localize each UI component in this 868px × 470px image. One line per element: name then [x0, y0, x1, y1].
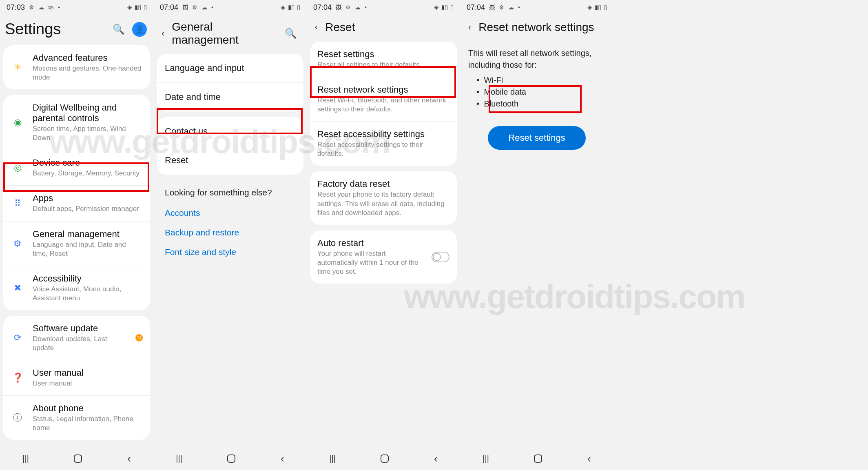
nav-home-icon[interactable] [534, 454, 542, 463]
titlebar: Settings 🔍 👤 [0, 15, 153, 44]
nav-recent-icon[interactable]: ||| [329, 454, 336, 463]
wifi-icon: ◈ [434, 4, 439, 11]
phone-reset: 07:04 🖼 ⚙ ☁ • ◈ ▮▯ ▯ ‹ Reset Reset setti… [307, 0, 460, 470]
general-management-icon: ⚙ [11, 237, 24, 251]
item-title: Auto restart [317, 238, 423, 248]
gear-icon: ⚙ [29, 4, 34, 11]
item-sub: Motions and gestures, One-handed mode [33, 64, 143, 82]
back-button[interactable]: ‹ [158, 27, 168, 40]
item-factory-data-reset[interactable]: Factory data reset Reset your phone to i… [310, 171, 457, 224]
battery-icon: ▯ [450, 4, 454, 11]
gear-icon: ⚙ [192, 4, 197, 11]
item-title: Reset network settings [317, 84, 450, 95]
settings-item-advanced-features[interactable]: ✳ Advanced features Motions and gestures… [3, 45, 150, 89]
wifi-icon: ◈ [281, 4, 286, 11]
statusbar: 07:03 ⚙ ☁ 🛍 • ◈ ▮▯ ▯ [0, 0, 153, 15]
nav-recent-icon[interactable]: ||| [22, 454, 29, 463]
user-manual-icon: ❓ [11, 371, 24, 385]
cloud-icon: ☁ [38, 4, 44, 11]
battery-icon: ▯ [604, 4, 607, 11]
settings-item-user-manual[interactable]: ❓ User manual User manual [3, 360, 150, 396]
item-reset[interactable]: Reset [157, 146, 303, 175]
nav-back-icon[interactable]: ‹ [587, 452, 591, 465]
signal-icon: ▮▯ [288, 4, 294, 11]
wifi-icon: ◈ [127, 4, 132, 11]
item-sub: Language and input, Date and time, Reset [33, 240, 143, 258]
bag-icon: 🛍 [48, 4, 54, 11]
battery-icon: ▯ [144, 4, 147, 11]
item-reset-accessibility-settings[interactable]: Reset accessibility settings Reset acces… [310, 122, 457, 166]
reset-settings-button[interactable]: Reset settings [488, 126, 585, 150]
image-icon: 🖼 [336, 4, 341, 11]
nav-back-icon[interactable]: ‹ [434, 452, 438, 465]
nav-back-icon[interactable]: ‹ [281, 452, 284, 465]
battery-icon: ▯ [297, 4, 300, 11]
item-date-time[interactable]: Date and time [157, 83, 303, 111]
item-reset-settings[interactable]: Reset settings Reset all settings to the… [310, 42, 457, 77]
link-backup-restore[interactable]: Backup and restore [165, 223, 295, 242]
link-accounts[interactable]: Accounts [165, 203, 295, 223]
item-title: Reset accessibility settings [317, 129, 450, 140]
image-icon: 🖼 [489, 4, 495, 11]
item-title: Factory data reset [317, 179, 450, 189]
gear-icon: ⚙ [345, 4, 351, 11]
item-sub: Default apps, Permission manager [33, 204, 143, 213]
back-button[interactable]: ‹ [312, 20, 321, 34]
statusbar: 07:04 🖼 ⚙ ☁ • ◈ ▮▯ ▯ [460, 0, 613, 15]
search-icon[interactable]: 🔍 [109, 24, 128, 35]
item-sub: User manual [33, 379, 143, 388]
item-sub: Reset accessibility settings to their de… [317, 140, 450, 158]
update-badge: N [135, 334, 143, 341]
item-language-input[interactable]: Language and input [157, 54, 303, 83]
nav-recent-icon[interactable]: ||| [176, 454, 182, 463]
looking-header: Looking for something else? [165, 188, 295, 197]
signal-icon: ▮▯ [135, 4, 141, 11]
item-sub: Reset Wi-Fi, Bluetooth, and other networ… [317, 96, 450, 114]
settings-item-apps[interactable]: ⠿ Apps Default apps, Permission manager [3, 186, 150, 221]
item-sub: Reset all settings to their defaults. [317, 60, 450, 69]
item-sub: Download updates, Last update [33, 335, 127, 352]
item-auto-restart[interactable]: Auto restart Your phone will restart aut… [310, 231, 457, 284]
statusbar: 07:04 🖼 ⚙ ☁ • ◈ ▮▯ ▯ [307, 0, 460, 15]
cloud-icon: ☁ [355, 4, 361, 11]
item-title: Device care [33, 157, 143, 168]
settings-item-general-management[interactable]: ⚙ General management Language and input,… [3, 222, 150, 266]
item-contact-us[interactable]: Contact us [157, 117, 303, 146]
nav-home-icon[interactable] [227, 454, 235, 463]
item-sub: Status, Legal information, Phone name [33, 415, 143, 432]
page-title: Reset network settings [478, 21, 607, 34]
wellbeing-icon: ◉ [11, 115, 24, 129]
profile-avatar[interactable]: 👤 [132, 22, 147, 37]
signal-icon: ▮▯ [441, 4, 448, 11]
apps-icon: ⠿ [11, 197, 24, 211]
link-font-size-style[interactable]: Font size and style [165, 242, 295, 262]
item-title: Digital Wellbeing and parental controls [33, 102, 143, 124]
auto-restart-toggle[interactable] [432, 252, 450, 262]
back-button[interactable]: ‹ [465, 20, 474, 34]
item-title: Accessibility [33, 273, 143, 284]
nav-home-icon[interactable] [74, 454, 82, 463]
item-title: Reset settings [317, 49, 450, 60]
settings-item-accessibility[interactable]: ✖ Accessibility Voice Assistant, Mono au… [3, 266, 150, 310]
titlebar: ‹ Reset [307, 15, 460, 40]
nav-home-icon[interactable] [381, 454, 389, 463]
settings-item-about-phone[interactable]: ⓘ About phone Status, Legal information,… [3, 396, 150, 440]
search-icon[interactable]: 🔍 [281, 28, 300, 39]
settings-item-digital-wellbeing[interactable]: ◉ Digital Wellbeing and parental control… [3, 95, 150, 150]
dot-icon: • [211, 4, 213, 11]
page-title: General management [172, 20, 277, 47]
cloud-icon: ☁ [508, 4, 514, 11]
desc-intro: This will reset all network settings, in… [468, 47, 605, 71]
item-reset-network-settings[interactable]: Reset network settings Reset Wi-Fi, Blue… [310, 77, 457, 122]
statusbar: 07:04 🖼 ⚙ ☁ • ◈ ▮▯ ▯ [153, 0, 307, 15]
settings-item-software-update[interactable]: ⟳ Software update Download updates, Last… [3, 316, 150, 360]
nav-back-icon[interactable]: ‹ [127, 452, 131, 465]
dot-icon: • [518, 4, 520, 11]
cloud-icon: ☁ [202, 4, 207, 11]
nav-recent-icon[interactable]: ||| [483, 454, 489, 463]
navbar: ||| ‹ [153, 447, 307, 470]
settings-item-device-care[interactable]: ◎ Device care Battery, Storage, Memory, … [3, 150, 150, 186]
wifi-icon: ◈ [587, 4, 592, 11]
image-icon: 🖼 [182, 4, 188, 11]
navbar: ||| ‹ [0, 447, 153, 470]
